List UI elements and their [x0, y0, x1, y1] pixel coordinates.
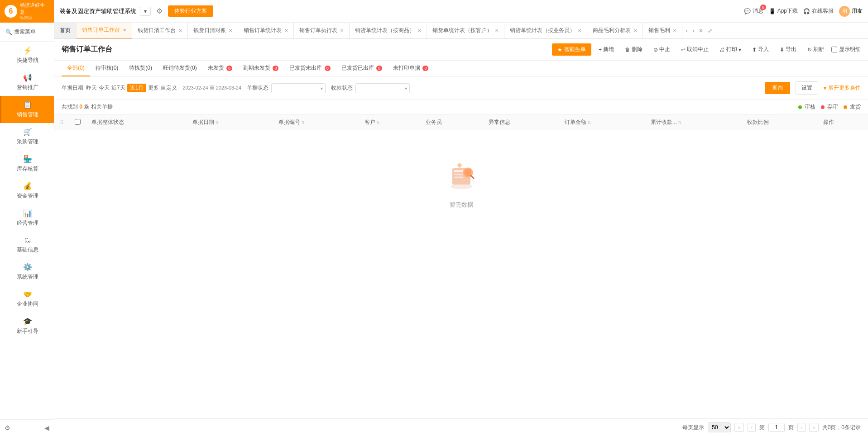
- select-all-checkbox[interactable]: [75, 119, 81, 125]
- search-menu-button[interactable]: 🔍 搜索菜单: [3, 26, 51, 38]
- sidebar-item-marketing[interactable]: 📢 营销推广: [0, 69, 54, 96]
- tab-sales-stats-close[interactable]: ✕: [284, 28, 288, 33]
- tab-product-margin[interactable]: 商品毛利分析表 ✕: [587, 23, 643, 39]
- stop-button[interactable]: ⊘ 中止: [650, 44, 674, 55]
- cancel-stop-button[interactable]: ↩ 取消中止: [677, 44, 712, 55]
- subtab-not-printed[interactable]: 未打印单据 0: [388, 61, 434, 76]
- import-button[interactable]: ⬆ 导入: [748, 44, 772, 55]
- sidebar-item-ops[interactable]: 📊 经营管理: [0, 204, 54, 232]
- marketing-icon: 📢: [23, 73, 32, 82]
- tab-sales-exec-close[interactable]: ✕: [340, 28, 344, 33]
- tab-cash-reconcile-close[interactable]: ✕: [229, 28, 232, 33]
- refresh-button[interactable]: ↻ 刷新: [804, 44, 828, 55]
- sidebar-item-inventory[interactable]: 🏪 库存核算: [0, 150, 54, 177]
- payment-select[interactable]: [355, 83, 410, 93]
- system-dropdown-button[interactable]: ▾: [140, 7, 151, 16]
- next-page-button[interactable]: ›: [797, 423, 806, 432]
- subtab-all[interactable]: 全部(0): [62, 61, 90, 76]
- message-button[interactable]: 💬 消息 6: [744, 7, 763, 15]
- tab-cash-daily[interactable]: 钱货日清工作台 ✕: [132, 23, 188, 39]
- sidebar-item-finance[interactable]: 💰 资金管理: [0, 177, 54, 204]
- page-size-select[interactable]: 10 20 50 100: [708, 422, 731, 432]
- th-customer-label: 客户: [364, 119, 375, 125]
- sidebar-item-sales[interactable]: 📋 销售管理: [0, 96, 54, 123]
- subtab-shipped-out[interactable]: 已发货已出库 0: [336, 61, 388, 76]
- tab-sales-stats-staff-close[interactable]: ✕: [578, 28, 581, 33]
- subtab-overdue-not-shipped[interactable]: 到期未发货 0: [238, 61, 284, 76]
- tab-sales-stats[interactable]: 销售订单统计表 ✕: [238, 23, 294, 39]
- abandon-review-button[interactable]: 弃审: [821, 103, 838, 111]
- date-opt-more[interactable]: 更多: [148, 84, 159, 92]
- tab-sales-stats-product[interactable]: 销货单统计表（按商品） ✕: [350, 23, 427, 39]
- subtab-shipped-not-out[interactable]: 已发货未出库 0: [284, 61, 336, 76]
- subtab-not-shipped-badge: 0: [226, 66, 232, 71]
- export-button[interactable]: ⬇ 导出: [776, 44, 800, 55]
- tab-close-all-button[interactable]: ✕: [697, 27, 705, 35]
- collected-sort-icon[interactable]: ⇅: [678, 120, 681, 125]
- amount-sort-icon[interactable]: ⇅: [587, 120, 591, 125]
- settings-bottom-button[interactable]: ⚙: [5, 424, 10, 431]
- sidebar-item-base[interactable]: 🗂 基础信息: [0, 232, 54, 258]
- date-opt-custom[interactable]: 自定义: [161, 84, 177, 92]
- tab-sales-workbench[interactable]: 销售订单工作台 ✕: [77, 23, 132, 39]
- add-button[interactable]: + 新增: [595, 44, 618, 55]
- date-opt-7days[interactable]: 近7天: [111, 84, 125, 92]
- prev-page-button[interactable]: ‹: [748, 423, 756, 432]
- current-page-input[interactable]: [768, 423, 785, 432]
- collapse-button[interactable]: ◀: [44, 424, 49, 431]
- date-opt-yesterday[interactable]: 昨天: [86, 84, 97, 92]
- tab-sales-stats-customer[interactable]: 销货单统计表（按客户） ✕: [427, 23, 504, 39]
- print-button[interactable]: 🖨 打印 ▾: [716, 44, 745, 55]
- date-opt-today[interactable]: 今天: [99, 84, 110, 92]
- date-sort-icon[interactable]: ⇅: [215, 120, 219, 125]
- online-service-button[interactable]: 🎧 在线客服: [803, 7, 834, 15]
- tab-cash-reconcile[interactable]: 钱货日清对账 ✕: [188, 23, 238, 39]
- show-detail-checkbox[interactable]: [831, 47, 837, 52]
- expand-filter-button[interactable]: ▾ 展开更多条件: [824, 84, 861, 92]
- subtab-pending-pickup[interactable]: 待拣货(0): [124, 61, 158, 76]
- delete-button[interactable]: 🗑 删除: [621, 44, 646, 55]
- quick-nav-icon: ⚡: [23, 46, 32, 55]
- industry-solution-button[interactable]: 体验行业方案: [168, 5, 213, 17]
- sidebar-item-system[interactable]: ⚙️ 系统管理: [0, 258, 54, 285]
- sidebar-item-corp[interactable]: 🤝 企业协同: [0, 285, 54, 313]
- first-page-button[interactable]: «: [734, 423, 744, 432]
- tab-cash-daily-close[interactable]: ✕: [178, 28, 182, 33]
- tab-sales-profit-close[interactable]: ✕: [673, 28, 676, 33]
- tab-next-button[interactable]: ›: [691, 27, 696, 35]
- inventory-icon: 🏪: [23, 155, 32, 163]
- customer-sort-icon[interactable]: ⇅: [376, 120, 380, 125]
- tab-sales-exec[interactable]: 销售订单执行表 ✕: [294, 23, 350, 39]
- status-select[interactable]: [271, 83, 326, 93]
- topbar-settings-button[interactable]: ⚙: [154, 5, 164, 17]
- th-check: [69, 115, 86, 130]
- sidebar-item-purchase[interactable]: 🛒 采购管理: [0, 123, 54, 150]
- tab-sales-workbench-label: 销售订单工作台: [82, 26, 120, 34]
- empty-illustration: [443, 157, 480, 194]
- filter-setting-button[interactable]: 设置: [796, 81, 818, 95]
- sidebar-item-quick-nav[interactable]: ⚡ 快捷导航: [0, 42, 54, 69]
- subtab-wangpu-pending-ship[interactable]: 旺铺待发货(0): [158, 61, 202, 76]
- last-page-button[interactable]: »: [809, 423, 819, 432]
- tab-home[interactable]: 首页: [54, 23, 77, 39]
- tab-prev-button[interactable]: ‹: [684, 27, 690, 35]
- sidebar-item-guide[interactable]: 🎓 新手引导: [0, 313, 54, 340]
- tab-product-margin-close[interactable]: ✕: [633, 28, 637, 33]
- tab-sales-stats-staff[interactable]: 销货单统计表（按业务员） ✕: [504, 23, 587, 39]
- subtab-not-shipped[interactable]: 未发货 0: [202, 61, 238, 76]
- tab-sales-stats-customer-close[interactable]: ✕: [495, 28, 499, 33]
- subtab-pending-review[interactable]: 待审核(0): [90, 61, 124, 76]
- tab-sales-stats-product-close[interactable]: ✕: [417, 28, 421, 33]
- tab-sales-profit[interactable]: 销售毛利 ✕: [643, 23, 682, 39]
- review-action-button[interactable]: 审核: [798, 103, 815, 111]
- smart-create-button[interactable]: ★ 智能生单: [552, 43, 591, 56]
- date-opt-1month[interactable]: 近1月: [127, 84, 147, 92]
- ship-action-button[interactable]: 发货: [844, 103, 861, 111]
- user-menu-button[interactable]: 用 用友: [839, 6, 863, 17]
- tab-sales-workbench-close[interactable]: ✕: [123, 28, 126, 33]
- query-button[interactable]: 查询: [765, 82, 790, 94]
- app-download-button[interactable]: 📱 App下载: [769, 7, 798, 15]
- tab-maximize-button[interactable]: ⤢: [706, 27, 714, 35]
- show-detail-checkbox-label[interactable]: 显示明细: [831, 46, 861, 53]
- number-sort-icon[interactable]: ⇅: [301, 120, 305, 125]
